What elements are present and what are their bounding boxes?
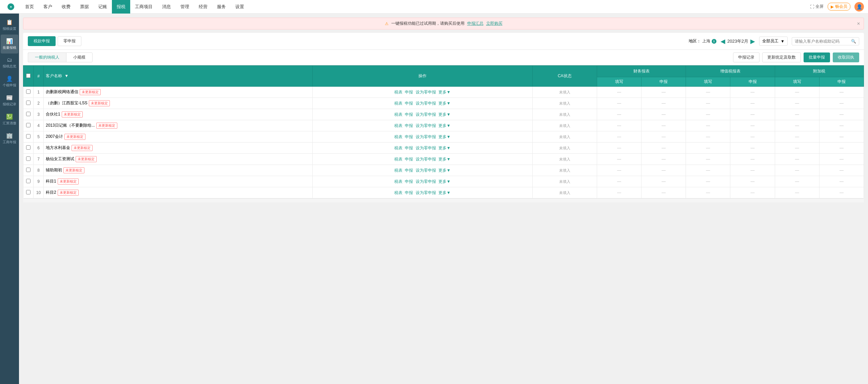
op-taxform-8[interactable]: 税表: [394, 179, 402, 184]
batch-declare-button[interactable]: 批量申报: [804, 52, 830, 62]
staff-selector[interactable]: 全部员工 ▼: [759, 37, 788, 46]
op-zero-7[interactable]: 设为零申报: [416, 168, 436, 173]
row-checkbox-8[interactable]: [26, 179, 31, 183]
region-selector: 地区： 上海 ℹ: [689, 38, 716, 44]
op-more-1[interactable]: 更多▼: [438, 101, 451, 106]
nav-item-service[interactable]: 服务: [212, 0, 231, 14]
op-taxform-4[interactable]: 税表: [394, 134, 402, 139]
sidebar-item-tax-record[interactable]: 📰 报税记录: [0, 91, 19, 110]
row-checkbox-7[interactable]: [26, 168, 31, 172]
row-checkbox-4[interactable]: [26, 134, 31, 138]
nav-item-operate[interactable]: 经营: [194, 0, 212, 14]
search-input[interactable]: [795, 39, 849, 44]
op-zero-6[interactable]: 设为零申报: [416, 157, 436, 162]
op-declare-6[interactable]: 申报: [405, 157, 413, 162]
row-checkbox-9[interactable]: [26, 190, 31, 194]
row-checkbox-0[interactable]: [26, 89, 31, 94]
subtab-general-taxpayer[interactable]: 一般的纳税人: [28, 52, 66, 62]
sidebar-item-annual-clearance[interactable]: 💹 汇算清缴: [0, 110, 19, 129]
op-taxform-9[interactable]: 税表: [394, 190, 402, 195]
info-icon[interactable]: ℹ: [712, 39, 716, 44]
receipt-button[interactable]: 收取回执: [833, 52, 859, 62]
search-icon[interactable]: 🔍: [851, 39, 856, 44]
col-checkbox[interactable]: [23, 66, 34, 87]
nav-item-fee[interactable]: 收费: [57, 0, 75, 14]
op-declare-7[interactable]: 申报: [405, 168, 413, 173]
op-declare-3[interactable]: 申报: [405, 123, 413, 128]
user-avatar[interactable]: 👤: [854, 2, 864, 12]
nav-item-account[interactable]: 记账: [94, 0, 112, 14]
op-zero-9[interactable]: 设为零申报: [416, 190, 436, 195]
horizontal-scrollbar[interactable]: [23, 198, 864, 202]
sidebar-item-tax-overview[interactable]: 🗂 报税总览: [0, 54, 19, 72]
op-taxform-7[interactable]: 税表: [394, 168, 402, 173]
op-taxform-3[interactable]: 税表: [394, 123, 402, 128]
tab-tax-declaration[interactable]: 税款申报: [28, 36, 56, 46]
row-ca-7: 未填入: [532, 165, 597, 176]
op-zero-8[interactable]: 设为零申报: [416, 179, 436, 184]
op-taxform-0[interactable]: 税表: [394, 90, 402, 94]
op-zero-4[interactable]: 设为零申报: [416, 134, 436, 139]
sort-icon[interactable]: ▼: [64, 73, 68, 78]
nav-item-invoice[interactable]: 票据: [75, 0, 94, 14]
sidebar-item-annual-report[interactable]: 🏢 工商年报: [0, 129, 19, 148]
nav-item-client[interactable]: 客户: [39, 0, 57, 14]
app-logo[interactable]: ✦: [4, 0, 18, 14]
op-more-0[interactable]: 更多▼: [438, 90, 451, 94]
update-button[interactable]: 更新统定及取数: [762, 52, 801, 62]
row-checkbox-3[interactable]: [26, 123, 31, 127]
op-more-7[interactable]: 更多▼: [438, 168, 451, 173]
op-declare-2[interactable]: 申报: [405, 112, 413, 117]
row-checkbox-2[interactable]: [26, 112, 31, 116]
op-taxform-6[interactable]: 税表: [394, 157, 402, 162]
op-declare-8[interactable]: 申报: [405, 179, 413, 184]
sidebar-item-batch-tax[interactable]: 📊 批量报税: [1, 35, 18, 54]
op-more-4[interactable]: 更多▼: [438, 134, 451, 139]
banner-close-button[interactable]: ✕: [857, 21, 860, 26]
row-col-4-3: —: [730, 131, 775, 143]
subtab-small-scale[interactable]: 小规模: [66, 52, 93, 62]
op-taxform-5[interactable]: 税表: [394, 146, 402, 150]
op-more-6[interactable]: 更多▼: [438, 157, 451, 162]
fullscreen-button[interactable]: ⛶ 全屏: [810, 4, 824, 9]
top-nav: ✦ 首页 客户 收费 票据 记账 报税 工商项目 消息 管理 经营 服务 设置 …: [0, 0, 868, 14]
nav-item-setting[interactable]: 设置: [231, 0, 249, 14]
record-button[interactable]: 申报记录: [733, 52, 760, 62]
nav-item-manage[interactable]: 管理: [176, 0, 194, 14]
op-more-2[interactable]: 更多▼: [438, 112, 451, 117]
op-zero-1[interactable]: 设为零申报: [416, 101, 436, 106]
period-prev-button[interactable]: ◀: [721, 38, 725, 45]
op-more-3[interactable]: 更多▼: [438, 123, 451, 128]
banner-link-summary[interactable]: 申报汇总: [467, 21, 484, 26]
op-declare-5[interactable]: 申报: [405, 146, 413, 150]
select-all-checkbox[interactable]: [26, 73, 31, 78]
row-checkbox-1[interactable]: [26, 101, 31, 105]
op-more-9[interactable]: 更多▼: [438, 190, 451, 195]
tab-zero-declaration[interactable]: 零申报: [58, 36, 81, 46]
op-declare-9[interactable]: 申报: [405, 190, 413, 195]
nav-item-home[interactable]: 首页: [20, 0, 39, 14]
op-zero-5[interactable]: 设为零申报: [416, 146, 436, 150]
sidebar-item-personal-tax[interactable]: 👤 个税申报: [0, 72, 19, 91]
op-zero-0[interactable]: 设为零申报: [416, 90, 436, 94]
row-col-8-1: —: [642, 176, 686, 187]
op-zero-2[interactable]: 设为零申报: [416, 112, 436, 117]
op-taxform-1[interactable]: 税表: [394, 101, 402, 106]
sidebar-item-tax-settings[interactable]: 📋 报税设置: [0, 16, 19, 35]
op-declare-4[interactable]: 申报: [405, 134, 413, 139]
banner-link-buy[interactable]: 立即购买: [486, 21, 502, 26]
membership-button[interactable]: ▶ 畅会员: [828, 3, 850, 10]
row-checkbox-5[interactable]: [26, 145, 31, 150]
row-checkbox-6[interactable]: [26, 156, 31, 161]
op-zero-3[interactable]: 设为零申报: [416, 123, 436, 128]
op-declare-1[interactable]: 申报: [405, 101, 413, 106]
op-more-5[interactable]: 更多▼: [438, 146, 451, 150]
op-declare-0[interactable]: 申报: [405, 90, 413, 94]
op-more-8[interactable]: 更多▼: [438, 179, 451, 184]
row-ops-9: 税表 申报 设为零申报 更多▼: [313, 187, 533, 198]
nav-item-business[interactable]: 工商项目: [130, 0, 157, 14]
op-taxform-2[interactable]: 税表: [394, 112, 402, 117]
period-next-button[interactable]: ▶: [750, 38, 755, 45]
nav-item-message[interactable]: 消息: [157, 0, 176, 14]
nav-item-tax[interactable]: 报税: [112, 0, 130, 14]
